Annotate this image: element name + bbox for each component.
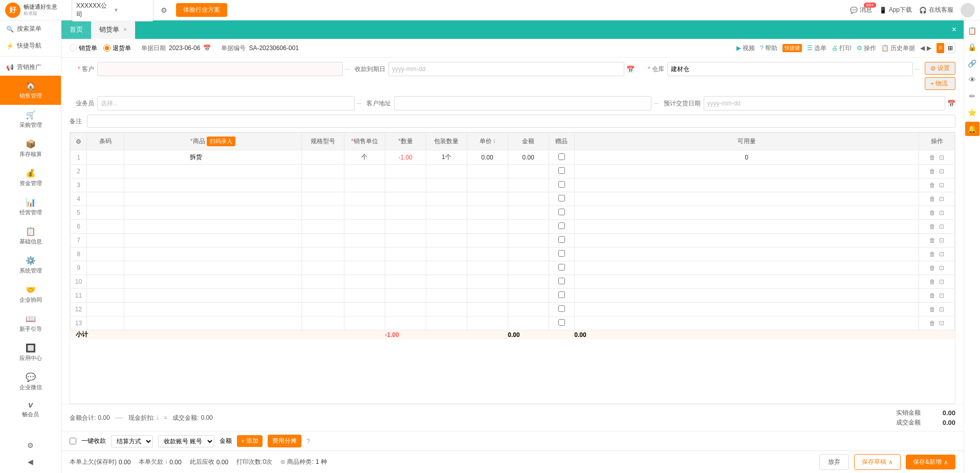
cell-gift-0[interactable] bbox=[549, 150, 574, 165]
payment-due-input[interactable] bbox=[388, 62, 624, 76]
user-avatar[interactable] bbox=[961, 3, 975, 17]
payment-account-select[interactable]: 收款账号 账号 bbox=[158, 435, 214, 447]
copy-icon-8[interactable]: ⊡ bbox=[939, 264, 944, 272]
copy-icon-3[interactable]: ⊡ bbox=[939, 195, 944, 202]
cell-spec-4[interactable] bbox=[301, 206, 344, 220]
copy-icon-1[interactable]: ⊡ bbox=[939, 168, 944, 175]
cell-product-0[interactable] bbox=[124, 150, 302, 165]
cell-gift-3[interactable] bbox=[549, 192, 574, 206]
cell-barcode-9[interactable] bbox=[87, 275, 124, 289]
cell-barcode-8[interactable] bbox=[87, 261, 124, 275]
copy-icon-12[interactable]: ⊡ bbox=[939, 320, 944, 327]
print-btn[interactable]: 🖨 打印 bbox=[832, 44, 852, 53]
cell-gift-11[interactable] bbox=[549, 303, 574, 317]
save-new-btn[interactable]: 保存&新增 ∧ bbox=[906, 455, 955, 469]
customer-addr-dots-btn[interactable]: ··· bbox=[654, 100, 658, 106]
sidebar-item-inventory[interactable]: 📦 库存核算 bbox=[0, 134, 61, 163]
cell-gift-6[interactable] bbox=[549, 234, 574, 247]
cell-barcode-5[interactable] bbox=[87, 220, 124, 234]
sidebar-item-system[interactable]: ⚙️ 系统管理 bbox=[0, 251, 61, 280]
delete-icon-4[interactable]: 🗑 bbox=[929, 209, 935, 216]
select-btn[interactable]: ☰ 选单 bbox=[807, 44, 826, 53]
sidebar-item-search[interactable]: 🔍 搜索菜单 bbox=[0, 20, 61, 37]
sidebar-item-wechat[interactable]: 💬 企业微信 bbox=[0, 367, 61, 396]
cell-barcode-11[interactable] bbox=[87, 303, 124, 317]
tab-bar-close-icon[interactable]: × bbox=[945, 25, 964, 34]
save-draft-btn[interactable]: 保存草稿 ∧ bbox=[854, 454, 901, 470]
copy-icon-10[interactable]: ⊡ bbox=[939, 292, 944, 299]
sidebar-collapse-icon[interactable]: ◀ bbox=[24, 455, 38, 469]
customer-addr-input[interactable] bbox=[394, 96, 651, 110]
customer-dots-btn[interactable]: ··· bbox=[345, 66, 350, 72]
trial-button[interactable]: 体验行业方案 bbox=[176, 3, 227, 17]
cell-spec-8[interactable] bbox=[301, 261, 344, 275]
cell-gift-1[interactable] bbox=[549, 165, 574, 178]
discount-info-icon[interactable]: ℹ bbox=[157, 415, 159, 421]
delete-icon-11[interactable]: 🗑 bbox=[929, 306, 935, 313]
cell-spec-5[interactable] bbox=[301, 220, 344, 234]
sidebar-item-operations[interactable]: 📊 经营管理 bbox=[0, 192, 61, 221]
cell-spec-9[interactable] bbox=[301, 275, 344, 289]
cell-product-12[interactable] bbox=[124, 317, 302, 330]
online-support-action[interactable]: 🎧 在线客服 bbox=[919, 6, 953, 14]
copy-icon-4[interactable]: ⊡ bbox=[939, 209, 944, 216]
cell-spec-11[interactable] bbox=[301, 303, 344, 317]
cell-gift-5[interactable] bbox=[549, 220, 574, 234]
sidebar-item-sales[interactable]: 🏠 销售管理 bbox=[0, 76, 61, 105]
right-panel-btn-1[interactable]: 📋 bbox=[965, 24, 979, 38]
delete-icon-12[interactable]: 🗑 bbox=[929, 320, 935, 327]
copy-icon-7[interactable]: ⊡ bbox=[939, 251, 944, 258]
sidebar-item-member[interactable]: V 畅会员 bbox=[0, 396, 61, 423]
scan-barcode-btn[interactable]: 扫码录入 bbox=[207, 137, 235, 146]
cell-product-8[interactable] bbox=[124, 261, 302, 275]
cell-gift-12[interactable] bbox=[549, 317, 574, 330]
app-download-action[interactable]: 📱 App下载 bbox=[879, 6, 912, 14]
right-panel-btn-7[interactable]: 🔔 bbox=[965, 122, 979, 136]
delete-icon-8[interactable]: 🗑 bbox=[929, 264, 935, 272]
salesperson-input[interactable] bbox=[97, 96, 355, 110]
copy-icon-11[interactable]: ⊡ bbox=[939, 306, 944, 313]
cell-product-9[interactable] bbox=[124, 275, 302, 289]
cell-product-1[interactable] bbox=[124, 165, 302, 178]
right-panel-btn-5[interactable]: ✏ bbox=[965, 89, 979, 103]
payment-help-icon[interactable]: ? bbox=[307, 438, 310, 445]
cell-product-11[interactable] bbox=[124, 303, 302, 317]
tab-close-icon[interactable]: × bbox=[123, 26, 127, 33]
notes-input[interactable] bbox=[87, 115, 955, 128]
sidebar-item-appstore[interactable]: 🔲 应用中心 bbox=[0, 338, 61, 367]
delete-icon-2[interactable]: 🗑 bbox=[929, 182, 935, 189]
list-view-btn[interactable]: ≡ bbox=[937, 43, 944, 53]
cell-gift-2[interactable] bbox=[549, 178, 574, 192]
copy-icon-9[interactable]: ⊡ bbox=[939, 278, 944, 285]
cell-product-5[interactable] bbox=[124, 220, 302, 234]
th-settings[interactable]: ⚙ bbox=[71, 133, 87, 150]
cell-product-4[interactable] bbox=[124, 206, 302, 220]
tab-home[interactable]: 首页 bbox=[61, 20, 91, 39]
shortcut-btn[interactable]: 快捷键 bbox=[782, 44, 802, 52]
prev-page-btn[interactable]: ◀ bbox=[920, 44, 925, 52]
delete-icon-7[interactable]: 🗑 bbox=[929, 251, 935, 258]
estimated-date-calendar-icon[interactable]: 📅 bbox=[947, 100, 955, 107]
copy-icon-6[interactable]: ⊡ bbox=[939, 237, 944, 244]
cell-spec-10[interactable] bbox=[301, 289, 344, 303]
help-btn[interactable]: ? 帮助 bbox=[760, 44, 777, 53]
grid-view-btn[interactable]: ⊞ bbox=[945, 43, 955, 53]
logistics-btn[interactable]: + 物流 bbox=[925, 77, 955, 90]
sidebar-item-basics[interactable]: 📋 基础信息 bbox=[0, 221, 61, 251]
add-payment-btn[interactable]: + 添加 bbox=[237, 435, 263, 447]
tab-sales-order[interactable]: 销货单 × bbox=[91, 20, 135, 39]
copy-icon-0[interactable]: ⊡ bbox=[939, 154, 944, 161]
right-panel-btn-2[interactable]: 🔒 bbox=[965, 40, 979, 54]
cell-barcode-6[interactable] bbox=[87, 234, 124, 247]
right-panel-btn-6[interactable]: ⭐ bbox=[965, 105, 979, 120]
cell-barcode-10[interactable] bbox=[87, 289, 124, 303]
cell-product-10[interactable] bbox=[124, 289, 302, 303]
delete-icon-10[interactable]: 🗑 bbox=[929, 292, 935, 299]
copy-icon-5[interactable]: ⊡ bbox=[939, 223, 944, 230]
delete-icon-6[interactable]: 🗑 bbox=[929, 237, 935, 244]
message-action[interactable]: 💬 消息 99+ bbox=[850, 6, 872, 14]
warehouse-dots-btn[interactable]: ··· bbox=[915, 66, 920, 72]
operation-btn[interactable]: ⚙ 操作 bbox=[857, 44, 876, 53]
sidebar-item-funds[interactable]: 💰 资金管理 bbox=[0, 163, 61, 192]
right-panel-btn-3[interactable]: 🔗 bbox=[965, 56, 979, 71]
